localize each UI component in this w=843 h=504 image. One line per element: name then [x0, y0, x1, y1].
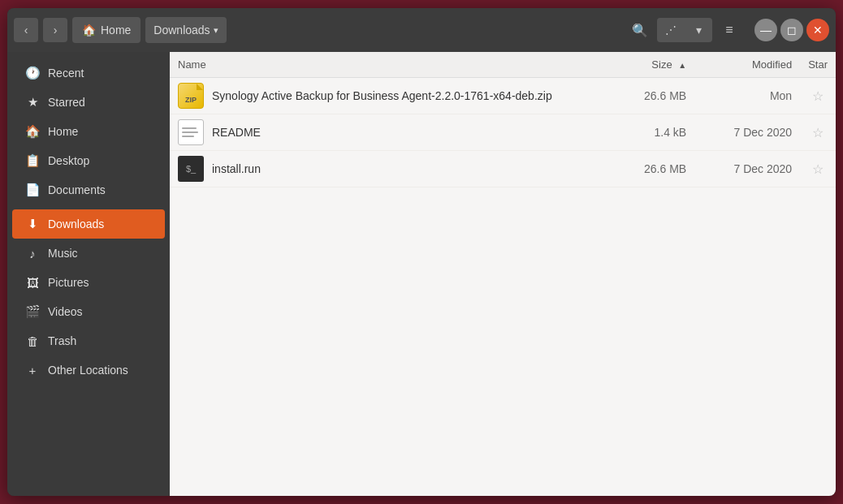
home-icon: 🏠 [25, 124, 40, 139]
view-dropdown-button[interactable]: ▾ [685, 18, 712, 42]
sidebar-item-label: Other Locations [48, 364, 128, 377]
sidebar-item-music[interactable]: ♪ Music [12, 239, 165, 268]
titlebar: ‹ › 🏠 Home Downloads ▾ 🔍 ⋰ ▾ ≡ [7, 8, 836, 52]
sidebar-item-label: Documents [48, 183, 106, 196]
file-name: install.run [212, 162, 261, 175]
music-icon: ♪ [25, 247, 40, 261]
forward-button[interactable]: › [43, 18, 67, 42]
close-button[interactable]: ✕ [806, 19, 829, 41]
file-modified: 7 Dec 2020 [694, 114, 800, 151]
pictures-icon: 🖼 [25, 276, 40, 290]
file-modified: Mon [694, 78, 800, 114]
table-header-row: Name Size ▲ Modified Star [170, 52, 836, 78]
breadcrumb-arrow-icon: ▾ [214, 25, 218, 36]
text-file-icon [178, 119, 204, 145]
sidebar-item-home[interactable]: 🏠 Home [12, 117, 165, 146]
column-header-size[interactable]: Size ▲ [621, 52, 694, 78]
column-header-modified[interactable]: Modified [694, 52, 800, 78]
sidebar-item-label: Trash [48, 334, 76, 347]
downloads-icon: ⬇ [25, 217, 40, 231]
sidebar-item-label: Downloads [48, 218, 104, 230]
sidebar-item-documents[interactable]: 📄 Documents [12, 175, 165, 205]
sort-arrow-icon: ▲ [678, 61, 686, 70]
sidebar-item-downloads[interactable]: ⬇ Downloads [12, 209, 165, 239]
recent-icon: 🕐 [25, 66, 40, 80]
sidebar-item-label: Recent [48, 67, 84, 80]
search-button[interactable]: 🔍 [626, 18, 654, 42]
grid-icon: ⋰ [665, 24, 677, 37]
sidebar-item-trash[interactable]: 🗑 Trash [12, 326, 165, 355]
desktop-icon: 📋 [25, 153, 40, 168]
grid-view-button[interactable]: ⋰ [657, 18, 685, 42]
minimize-icon: — [760, 24, 772, 37]
breadcrumb-label: Downloads [153, 24, 210, 37]
home-label: Home [101, 24, 131, 37]
videos-icon: 🎬 [25, 304, 40, 319]
file-name: Synology Active Backup for Business Agen… [212, 89, 552, 102]
sidebar: 🕐 Recent ★ Starred 🏠 Home 📋 Desktop 📄 Do… [7, 52, 170, 496]
sidebar-item-recent[interactable]: 🕐 Recent [12, 58, 165, 88]
home-icon: 🏠 [82, 24, 96, 37]
hamburger-icon: ≡ [725, 23, 733, 37]
script-icon: $_ [178, 156, 204, 182]
view-dropdown-arrow-icon: ▾ [696, 24, 702, 37]
close-icon: ✕ [813, 24, 823, 37]
other-locations-icon: + [25, 364, 40, 377]
documents-icon: 📄 [25, 183, 40, 197]
sidebar-item-other-locations[interactable]: + Other Locations [12, 355, 165, 385]
star-button[interactable]: ☆ [812, 125, 824, 140]
table-row[interactable]: ZIP Synology Active Backup for Business … [170, 78, 836, 114]
file-size: 26.6 MB [621, 151, 694, 187]
sidebar-item-label: Music [48, 247, 78, 260]
sidebar-item-label: Home [48, 125, 78, 138]
file-manager-window: ‹ › 🏠 Home Downloads ▾ 🔍 ⋰ ▾ ≡ [7, 8, 836, 496]
starred-icon: ★ [25, 95, 40, 110]
file-list-scroll[interactable]: Name Size ▲ Modified Star [170, 52, 836, 496]
file-modified: 7 Dec 2020 [694, 151, 800, 187]
column-header-name[interactable]: Name [170, 52, 621, 78]
star-button[interactable]: ☆ [812, 88, 824, 104]
file-name: README [212, 126, 261, 139]
sidebar-item-videos[interactable]: 🎬 Videos [12, 297, 165, 326]
main-content: 🕐 Recent ★ Starred 🏠 Home 📋 Desktop 📄 Do… [7, 52, 836, 496]
sidebar-item-desktop[interactable]: 📋 Desktop [12, 146, 165, 175]
sidebar-item-label: Videos [48, 305, 83, 318]
sidebar-item-label: Desktop [48, 154, 89, 167]
home-button[interactable]: 🏠 Home [72, 17, 140, 43]
sidebar-item-starred[interactable]: ★ Starred [12, 88, 165, 117]
window-controls: — ◻ ✕ [754, 19, 829, 41]
column-header-star[interactable]: Star [800, 52, 836, 78]
table-row[interactable]: README 1.4 kB 7 Dec 2020 ☆ [170, 114, 836, 151]
toolbar-right: 🔍 ⋰ ▾ ≡ [626, 18, 743, 42]
breadcrumb-button[interactable]: Downloads ▾ [145, 17, 226, 43]
file-pane: Name Size ▲ Modified Star [170, 52, 836, 496]
minimize-button[interactable]: — [754, 19, 777, 41]
sidebar-item-label: Pictures [48, 276, 89, 289]
zip-icon: ZIP [178, 83, 204, 109]
menu-button[interactable]: ≡ [715, 18, 743, 42]
trash-icon: 🗑 [25, 334, 40, 348]
file-size: 26.6 MB [621, 78, 694, 114]
search-icon: 🔍 [632, 23, 648, 38]
sidebar-item-label: Starred [48, 96, 85, 109]
file-size: 1.4 kB [621, 114, 694, 151]
sidebar-item-pictures[interactable]: 🖼 Pictures [12, 268, 165, 297]
maximize-button[interactable]: ◻ [780, 19, 803, 41]
back-button[interactable]: ‹ [14, 18, 38, 42]
file-table: Name Size ▲ Modified Star [170, 52, 836, 187]
table-row[interactable]: $_ install.run 26.6 MB 7 Dec 2020 ☆ [170, 151, 836, 187]
view-toggle: ⋰ ▾ [657, 18, 712, 42]
maximize-icon: ◻ [787, 24, 797, 37]
star-button[interactable]: ☆ [812, 162, 824, 177]
